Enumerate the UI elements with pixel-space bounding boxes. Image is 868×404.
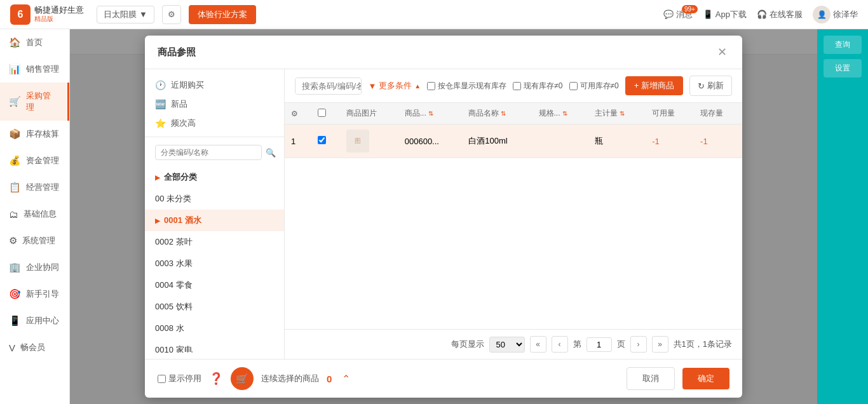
last-page-btn[interactable]: » <box>652 336 668 353</box>
sort-icon-unit: ⇅ <box>620 110 625 117</box>
row-checkbox[interactable] <box>318 136 326 144</box>
th-available: 可用量 <box>646 103 694 125</box>
sort-icon-code: ⇅ <box>428 110 433 117</box>
sort-icon-name: ⇅ <box>501 110 506 117</box>
current-stock-input[interactable] <box>513 82 521 90</box>
apps-icon: 📱 <box>9 315 21 327</box>
more-filters-btn[interactable]: ▼ 更多条件 ▲ <box>368 80 421 91</box>
sidebar-item-finance[interactable]: 💰 资金管理 <box>0 147 69 174</box>
sidebar-item-member[interactable]: V 畅会员 <box>0 334 69 361</box>
category-item-water[interactable]: 0008 水 <box>145 318 284 339</box>
product-table: ⚙ 商品图片 商品... ⇅ <box>285 103 742 158</box>
add-product-btn[interactable]: + 新增商品 <box>625 76 683 95</box>
category-item-uncategorized[interactable]: 00 未分类 <box>145 188 284 210</box>
top-nav: 6 畅捷通好生意 精品版 日太阳膜 ▼ ⚙ 体验行业方案 💬 消息 99+ 📱 … <box>0 0 868 29</box>
cell-spec <box>532 125 588 158</box>
avatar: 👤 <box>813 6 831 24</box>
sidebar-item-apps[interactable]: 📱 应用中心 <box>0 307 69 334</box>
th-code[interactable]: 商品... ⇅ <box>398 103 463 125</box>
category-item-beverage[interactable]: 0005 饮料 <box>145 296 284 318</box>
trial-btn[interactable]: 体验行业方案 <box>189 5 256 24</box>
th-image: 商品图片 <box>340 103 398 125</box>
quick-filter-freq[interactable]: ⭐ 频次高 <box>145 114 284 133</box>
main-area: 商品参照 ✕ 🕐 近期购买 🆕 新品 <box>70 29 817 404</box>
basic-icon: 🗂 <box>9 209 18 220</box>
app-download-btn[interactable]: 📱 App下载 <box>703 9 747 20</box>
user-area[interactable]: 👤 徐泽华 <box>813 6 858 24</box>
category-search-icon[interactable]: 🔍 <box>266 148 276 158</box>
cell-name: 白酒100ml <box>462 125 532 158</box>
next-page-btn[interactable]: › <box>630 336 647 353</box>
cell-checkbox[interactable] <box>311 125 340 158</box>
select-all-checkbox[interactable] <box>318 109 326 117</box>
right-panel-btn-2[interactable]: 设置 <box>824 59 862 77</box>
filter-icon: ▼ <box>368 81 376 91</box>
current-stock-checkbox[interactable]: 现有库存≠0 <box>513 81 562 91</box>
sidebar-item-home[interactable]: 🏠 首页 <box>0 29 69 56</box>
sidebar-item-system[interactable]: ⚙ 系统管理 <box>0 227 69 254</box>
right-panel-btn-1[interactable]: 查询 <box>824 36 862 54</box>
sidebar: 🏠 首页 📊 销售管理 🛒 采购管理 📦 库存核算 💰 资金管理 📋 经营管理 … <box>0 29 70 404</box>
category-item-appliance[interactable]: 0010 家电 <box>145 339 284 353</box>
product-search-input[interactable] <box>295 78 362 94</box>
display-disabled-input[interactable] <box>158 375 166 383</box>
per-page-select[interactable]: 50 100 200 <box>489 337 525 353</box>
category-item-liquor[interactable]: ▶ 0001 酒水 <box>145 210 284 231</box>
first-page-btn[interactable]: « <box>530 336 546 353</box>
category-search-row: 🔍 <box>145 141 284 164</box>
nav-dropdown[interactable]: 日太阳膜 ▼ <box>97 6 154 24</box>
collapse-selected-btn[interactable]: ⌃ <box>342 373 350 385</box>
product-search-bar[interactable]: 🔍 <box>295 77 362 95</box>
page-number-input[interactable] <box>587 337 612 352</box>
sidebar-item-stock[interactable]: 📦 库存核算 <box>0 121 69 147</box>
clock-icon: 🕐 <box>155 80 166 90</box>
category-item-fruit[interactable]: 0003 水果 <box>145 253 284 274</box>
sidebar-item-collab[interactable]: 🏢 企业协同 <box>0 254 69 281</box>
help-icon[interactable]: ❓ <box>209 372 223 386</box>
guide-icon: 🎯 <box>9 288 21 300</box>
sidebar-item-operation[interactable]: 📋 经营管理 <box>0 174 69 201</box>
prev-page-btn[interactable]: ‹ <box>552 336 568 353</box>
quick-filter-recent[interactable]: 🕐 近期购买 <box>145 76 284 95</box>
th-name[interactable]: 商品名称 ⇅ <box>462 103 532 125</box>
modal-dialog: 商品参照 ✕ 🕐 近期购买 🆕 新品 <box>145 36 742 398</box>
th-spec[interactable]: 规格... ⇅ <box>532 103 588 125</box>
warehouse-filter-checkbox[interactable]: 按仓库显示现有库存 <box>427 81 506 91</box>
right-panel: 查询 设置 <box>817 29 868 404</box>
settings-icon[interactable]: ⚙ <box>162 5 181 24</box>
sidebar-item-sales[interactable]: 📊 销售管理 <box>0 56 69 83</box>
sidebar-item-guide[interactable]: 🎯 新手引导 <box>0 281 69 307</box>
online-service-btn[interactable]: 🎧 在线客服 <box>757 9 803 20</box>
star-icon: ⭐ <box>155 118 166 128</box>
phone-icon: 📱 <box>703 10 713 19</box>
category-search-input[interactable] <box>155 145 262 160</box>
modal-footer: 显示停用 ❓ 🛒 连续选择的商品 0 ⌃ 取消 确定 <box>145 359 742 398</box>
refresh-btn[interactable]: ↻ 刷新 <box>689 76 732 96</box>
avail-stock-input[interactable] <box>569 82 578 90</box>
cell-index: 1 <box>285 125 311 158</box>
th-settings[interactable]: ⚙ <box>285 103 311 125</box>
category-item-all[interactable]: ▶ 全部分类 <box>145 166 284 188</box>
warehouse-checkbox-input[interactable] <box>427 82 435 90</box>
category-item-tea[interactable]: 0002 茶叶 <box>145 231 284 253</box>
modal-header: 商品参照 ✕ <box>145 36 742 69</box>
sidebar-item-basic[interactable]: 🗂 基础信息 <box>0 201 69 227</box>
quick-filter-new[interactable]: 🆕 新品 <box>145 95 284 114</box>
category-item-snack[interactable]: 0004 零食 <box>145 274 284 296</box>
cell-unit: 瓶 <box>588 125 646 158</box>
messages-btn[interactable]: 💬 消息 99+ <box>663 9 693 20</box>
cancel-btn[interactable]: 取消 <box>627 367 675 390</box>
cart-icon[interactable]: 🛒 <box>231 367 254 390</box>
modal-body: 🕐 近期购买 🆕 新品 ⭐ 频次高 <box>145 69 742 359</box>
home-icon: 🏠 <box>9 37 21 48</box>
close-icon[interactable]: ✕ <box>714 44 729 60</box>
modal-left-panel: 🕐 近期购买 🆕 新品 ⭐ 频次高 <box>145 69 285 359</box>
th-checkbox[interactable] <box>311 103 340 125</box>
table-row[interactable]: 1 图 000600... 白酒100ml 瓶 <box>285 125 742 158</box>
display-disabled-checkbox[interactable]: 显示停用 <box>158 373 201 384</box>
sidebar-item-purchase[interactable]: 🛒 采购管理 <box>0 83 69 121</box>
th-unit[interactable]: 主计量 ⇅ <box>588 103 646 125</box>
confirm-btn[interactable]: 确定 <box>682 368 729 389</box>
chevron-down-icon: ▼ <box>139 10 147 19</box>
avail-stock-checkbox[interactable]: 可用库存≠0 <box>569 81 619 91</box>
